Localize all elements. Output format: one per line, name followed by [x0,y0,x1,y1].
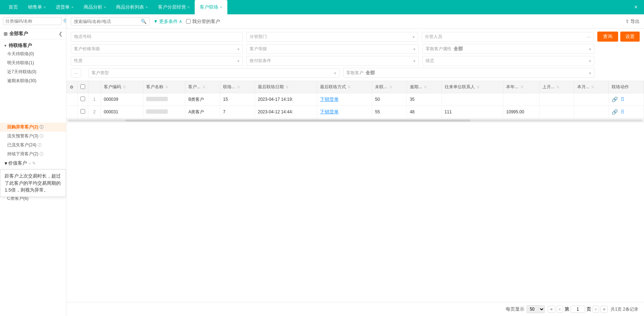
next-page-btn[interactable]: › [593,306,599,313]
nav-item-商品分析[interactable]: 商品分析 × [79,0,111,14]
filter-more-dot-btn[interactable]: ··· [71,69,81,77]
contact-count-cell: 7 [220,106,255,118]
more-filters-btn[interactable]: ▼ 更多条件 ∧ [153,18,182,25]
col-last-month: 上月... ⇅ [539,81,574,93]
table-row: 1000039B类客户152023-04-17 14:19:下销货单5035🔗⠿ [66,93,644,106]
type-sort-icon: ⇅ [203,85,205,89]
filter-phone[interactable]: 电话号码 [71,32,243,42]
scrollbar-track [68,119,643,122]
retail-cust-arrow: ∨ [589,71,591,75]
nav-close-icon[interactable]: × [104,5,106,9]
uc-sort-icon: ⇅ [477,85,479,89]
last-month-cell [539,106,574,118]
export-icon: ⇧ [625,19,629,24]
person-more-icon[interactable]: ··· [587,34,590,39]
nav-close-icon[interactable]: × [145,5,148,9]
prev-page-btn[interactable]: ‹ [557,306,563,313]
filter-status[interactable]: 状态 ∨ [422,56,594,66]
nature-arrow-icon: ∨ [237,59,240,63]
filter-customer-level[interactable]: 客户等级 ∨ [246,44,418,54]
last-contact-method-cell: 下销货单 [317,93,372,106]
my-customers-checkbox[interactable] [186,19,191,24]
nav-close-icon[interactable]: × [71,5,73,9]
nav-item-客户分层经营[interactable]: 客户分层经营 × [153,0,195,14]
page-number-input[interactable] [571,306,585,313]
sidebar-search-input[interactable] [3,17,62,25]
customer-name-cell [143,106,185,118]
value-edit2-icon[interactable]: ✎ [32,161,36,166]
page-suffix-label: 页 [587,306,591,312]
connect-icon[interactable]: ⠿ [621,96,624,102]
filter-retail-customer[interactable]: 零散客户 全部 ∨ [343,68,594,78]
filter-retail-attr[interactable]: 零散客户属性 全部 ∨ [422,44,594,54]
sidebar-search-icon[interactable]: 🔍 [63,19,66,24]
table-area: ⚙ 客户编码 ⇅ 客户名称 ⇅ 客户... ⇅ 联络... ⇅ 最后联络日期 ⇅… [66,81,644,302]
nav-item-销售单[interactable]: 销售单 × [23,0,51,14]
total-info: 共1页 2条记录 [611,306,638,312]
customer-type-cell: A类客户 [185,106,220,118]
filter-price-level[interactable]: 客户价格等级 ∨ [71,44,243,54]
filter-customer-type[interactable]: 客户类型 ∨ [88,68,340,78]
sidebar-item-tomorrow[interactable]: 明天待联络(1) [0,58,66,67]
connect-icon[interactable]: ⠿ [621,109,624,115]
advanced-filter: 电话号码 分管部门 ∨ 分管人员 ··· 查询 设置 [66,29,644,81]
nav-close-icon[interactable]: × [187,5,190,9]
export-button[interactable]: ⇧ 导出 [625,18,640,25]
col-settings[interactable]: ⚙ [66,81,77,93]
this-month-cell [574,106,609,118]
value-edit-icon[interactable]: ○ [28,161,31,165]
filter-nature[interactable]: 性质 ∨ [71,56,243,66]
sidebar: 🔍 ⊞ 全部客户 ❮ ▼ 待联络客户 今天待联络(0) 明天待联络(1) 近7天… [0,14,66,316]
retail-attr-arrow: ∨ [589,47,591,51]
sidebar-item-losing[interactable]: 流失预警客户(3) ⓘ [0,132,66,141]
settings-button[interactable]: 设置 [620,32,640,42]
uncontacted-cell: 55 [372,106,407,118]
retail-cust-value: 全部 [366,70,375,76]
sidebar-item-repurchase[interactable]: 回购异常客户(2) ⓘ [0,123,66,132]
last-page-btn[interactable]: » [601,306,608,313]
sidebar-item-7days[interactable]: 近7天待联络(0) [0,67,66,76]
pending-group-label[interactable]: ▼ 待联络客户 [0,41,66,49]
col-action: 联络动作 [609,81,644,93]
nav-item-进货单[interactable]: 进货单 × [51,0,78,14]
customer-name-cell [143,93,185,106]
filter-payment[interactable]: 收付款条件 ∨ [246,56,418,66]
scrollbar-thumb[interactable] [125,119,470,122]
first-page-btn[interactable]: « [548,306,555,313]
customer-code-cell: 000039 [101,93,143,106]
nav-item-首页[interactable]: 首页 [4,0,23,14]
col-type: 客户... ⇅ [185,81,220,93]
query-button[interactable]: 查询 [597,32,618,42]
value-triangle-icon: ▼ [4,161,8,166]
value-group-header: ▼ 价值客户 ○ ✎ [0,159,66,167]
sidebar-item-lost[interactable]: 已流失客户(24) ⓘ [0,141,66,150]
nav-item-客户联络[interactable]: 客户联络 × [195,0,227,14]
nav-close-icon[interactable]: × [220,5,222,9]
filter-dept[interactable]: 分管部门 ∨ [246,32,418,42]
horizontal-scrollbar[interactable] [66,118,644,123]
filter-row-3: 性质 ∨ 收付款条件 ∨ 状态 ∨ [71,56,640,66]
view-icon[interactable]: 🔗 [612,96,618,102]
search-icon[interactable]: 🔍 [141,19,147,24]
per-page-select[interactable]: 50 100 200 [527,305,545,313]
unc-sort-icon: ⇅ [389,85,392,89]
sidebar-item-today[interactable]: 今天待联络(0) [0,49,66,58]
row-number: 1 [88,93,101,106]
sidebar-item-overdue[interactable]: 逾期未联络(30) [0,76,66,85]
overdue-cell: 35 [407,93,441,106]
window-close-button[interactable]: × [631,4,640,10]
sidebar-item-declining[interactable]: 持续下滑客户(2) ⓘ [0,150,66,159]
nav-item-商品分析列表[interactable]: 商品分析列表 × [111,0,153,14]
select-all-checkbox[interactable] [80,84,85,89]
nav-close-icon[interactable]: × [43,5,46,9]
view-icon[interactable]: 🔗 [612,109,618,115]
customer-type-cell: B类客户 [185,93,220,106]
all-customers-header[interactable]: ⊞ 全部客户 ❮ [0,28,66,39]
search-input[interactable] [74,19,139,24]
method-sort-icon: ⇅ [348,85,351,89]
action-cell: 🔗⠿ [609,93,644,106]
filter-person[interactable]: 分管人员 ··· [422,32,594,42]
per-page-label: 每页显示 [506,306,524,312]
row-settings-icon [66,106,77,118]
ctype-arrow-icon: ∨ [334,71,336,75]
